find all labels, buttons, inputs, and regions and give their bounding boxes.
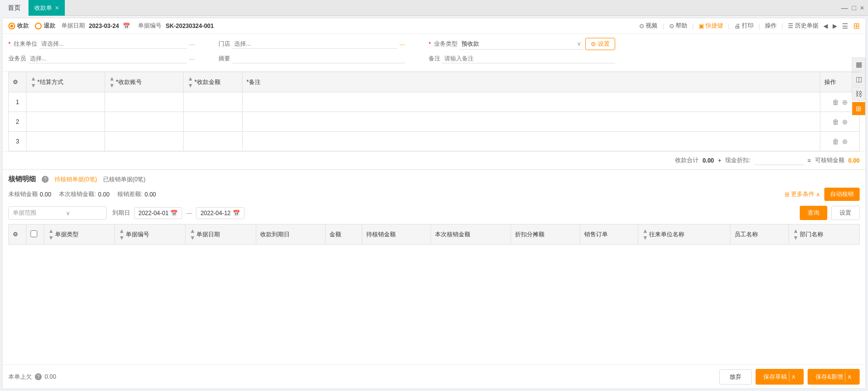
delete-row-2-icon[interactable]: 🗑 <box>832 118 839 126</box>
sidebar-icon-3[interactable]: ⛓ <box>852 87 866 101</box>
table-settings-icon[interactable]: ⚙ <box>13 79 18 85</box>
business-type-select[interactable]: 预收款 ∨ <box>460 39 583 50</box>
settings-col-header[interactable]: ⚙ <box>9 72 27 92</box>
save-draft-chevron[interactable]: ∧ <box>791 373 796 380</box>
delete-row-1-icon[interactable]: 🗑 <box>832 98 839 106</box>
staff-input[interactable] <box>28 54 187 63</box>
summary-input[interactable] <box>232 54 405 63</box>
writeoff-settings-button[interactable]: 设置 <box>831 206 860 220</box>
amount-cell-1[interactable] <box>184 92 243 112</box>
writeoff-info-icon[interactable]: ? <box>42 176 49 183</box>
account-cell-2[interactable] <box>105 112 184 132</box>
video-button[interactable]: ⊙ 视频 <box>639 22 657 30</box>
counterparty-input[interactable] <box>39 39 188 49</box>
business-type-value: 预收款 <box>461 40 575 48</box>
close-window-button[interactable]: × <box>860 4 864 12</box>
abandon-button[interactable]: 放弃 <box>719 369 752 385</box>
discount-input[interactable] <box>755 156 804 165</box>
calendar-from-icon[interactable]: 📅 <box>170 210 178 217</box>
tab-close-icon[interactable]: × <box>55 0 59 16</box>
settlement-cell-1[interactable] <box>27 92 105 112</box>
receipt-radio-dot <box>8 23 15 29</box>
sidebar-icon-4-active[interactable]: ⊞ <box>852 102 866 115</box>
staff-more-icon[interactable]: ··· <box>189 55 195 63</box>
account-col-header: ▲▼ *收款账号 <box>105 72 184 92</box>
copy-row-3-icon[interactable]: ⊕ <box>842 138 848 145</box>
form-settings-button[interactable]: ⚙ 设置 <box>585 38 615 50</box>
auto-writeoff-button[interactable]: 自动核销 <box>824 188 860 201</box>
remark-cell-1[interactable] <box>243 92 820 112</box>
receipt-radio[interactable]: 收款 <box>8 22 29 30</box>
order-info-icon[interactable]: ? <box>35 373 42 380</box>
scope-select[interactable]: 单据范围 ∨ <box>8 206 107 220</box>
filter-icon: ⊞ <box>785 191 789 198</box>
save-draft-button[interactable]: 保存草稿 ∧ <box>756 369 804 385</box>
copy-row-2-icon[interactable]: ⊕ <box>842 118 848 126</box>
save-new-button[interactable]: 保存&新增 ∧ <box>808 369 860 385</box>
select-all-header[interactable] <box>27 224 44 245</box>
account-cell-1[interactable] <box>105 92 184 112</box>
date-to-input[interactable]: 2022-04-12 📅 <box>196 207 244 219</box>
sidebar-icon-2[interactable]: ◫ <box>852 72 866 86</box>
settlement-cell-2[interactable] <box>27 112 105 132</box>
more-conditions-button[interactable]: ⊞ 更多条件 ∧ <box>785 190 820 198</box>
help-button[interactable]: ⊙ 帮助 <box>669 22 687 30</box>
history-button[interactable]: ☰ 历史单据 <box>788 22 818 30</box>
pending-tab[interactable]: 待核销单据(0笔) <box>54 175 97 184</box>
grid-view-icon[interactable]: ⊞ <box>853 21 860 30</box>
settled-tab[interactable]: 已核销单据(0笔) <box>103 175 146 184</box>
refund-radio[interactable]: 退款 <box>35 22 55 30</box>
counterparty-name-col: ▲▼ 往来单位名称 <box>638 224 731 245</box>
nav-right-icon[interactable]: ▶ <box>833 23 837 29</box>
nav-left-icon[interactable]: ◀ <box>823 23 828 29</box>
settlement-cell-3[interactable] <box>27 132 105 151</box>
minimize-button[interactable]: — <box>841 4 848 12</box>
amount-cell-3[interactable] <box>184 132 243 151</box>
amount-cell-2[interactable] <box>184 112 243 132</box>
summary-field: 摘要 <box>218 54 405 63</box>
remark-cell-2[interactable] <box>243 112 820 132</box>
counterparty-field: * 往来单位 ··· <box>8 39 195 49</box>
delete-row-3-icon[interactable]: 🗑 <box>832 138 839 145</box>
query-button[interactable]: 查询 <box>800 206 827 220</box>
scope-chevron: ∨ <box>66 210 70 217</box>
equals-sign: = <box>808 157 811 164</box>
select-all-checkbox[interactable] <box>30 230 37 237</box>
sales-order-col: 销售订单 <box>580 224 638 245</box>
tab-bar-right: — □ × <box>841 4 868 12</box>
sidebar-icon-1[interactable]: ▦ <box>852 57 866 71</box>
remark-cell-3[interactable] <box>243 132 820 151</box>
discount-col: 折扣分摊额 <box>511 224 580 245</box>
store-field: 门店 ··· <box>218 39 405 49</box>
doc-date-col: ▲▼ 单据日期 <box>186 224 256 245</box>
right-sidebar: ▦ ◫ ⛓ ⊞ <box>852 57 866 115</box>
calendar-to-icon[interactable]: 📅 <box>233 210 240 217</box>
operations-button[interactable]: 操作 <box>765 22 777 30</box>
maximize-button[interactable]: □ <box>852 4 856 12</box>
copy-row-1-icon[interactable]: ⊕ <box>842 98 848 106</box>
date-from-input[interactable]: 2022-04-01 📅 <box>134 207 182 219</box>
uncancelled-stat: 未核销金额 0.00 <box>8 190 51 198</box>
shortcuts-button[interactable]: ▣ 快捷键 <box>699 22 723 30</box>
counterparty-more-icon[interactable]: ··· <box>189 40 195 48</box>
save-new-chevron[interactable]: ∧ <box>847 373 852 380</box>
this-order-label: 本单上欠 <box>8 373 32 381</box>
store-input[interactable] <box>232 39 397 49</box>
note-input[interactable] <box>442 54 615 63</box>
note-label: 备注 <box>429 55 440 63</box>
tab-receipt[interactable]: 收款单 × <box>28 0 65 16</box>
doc-date-value[interactable]: 2023-03-24 <box>89 23 119 29</box>
list-view-icon[interactable]: ☰ <box>842 22 848 30</box>
account-cell-3[interactable] <box>105 132 184 151</box>
settings-table-icon[interactable]: ⚙ <box>13 231 18 238</box>
calendar-icon[interactable]: 📅 <box>123 23 130 29</box>
store-label: 门店 <box>218 40 230 48</box>
print-button[interactable]: 🖨 打印 <box>734 22 754 30</box>
store-more-icon[interactable]: ··· <box>399 40 405 48</box>
checkbox-col-header[interactable]: ⚙ <box>9 224 27 245</box>
this-order-value: 0.00 <box>45 373 56 380</box>
tab-home[interactable]: 首页 <box>0 0 28 16</box>
table-header-row: ⚙ ▲▼ *结算方式 ▲▼ *收款账号 <box>9 72 860 92</box>
doc-type-col: ▲▼ 单据类型 <box>44 224 115 245</box>
counterparty-required: * <box>8 41 11 48</box>
